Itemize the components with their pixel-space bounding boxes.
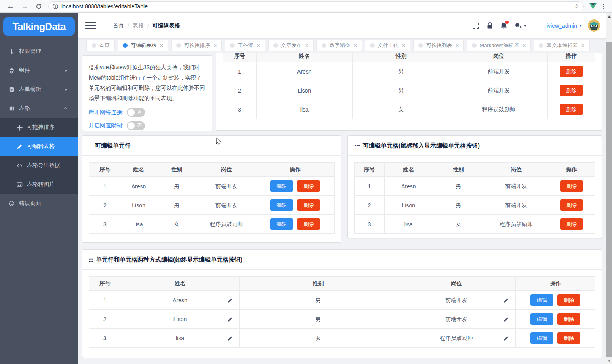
col-header-name: 姓名 <box>256 53 353 62</box>
close-icon[interactable]: × <box>522 43 526 48</box>
sidebar-item-permissions[interactable]: 权限管理 <box>0 42 78 61</box>
cell-name[interactable]: Lison <box>385 196 433 215</box>
close-icon[interactable]: × <box>305 43 309 48</box>
pencil-icon <box>17 144 23 150</box>
close-icon[interactable]: × <box>160 43 163 48</box>
disconnect-network-toggle[interactable]: 否 <box>127 108 145 117</box>
browser-menu-icon[interactable]: ⋮ <box>601 3 606 10</box>
speed-limit-toggle[interactable]: 否 <box>127 121 145 130</box>
scrollbar-down-arrow-icon[interactable] <box>608 360 611 362</box>
vue-devtools-extension-icon[interactable] <box>589 3 597 9</box>
delete-button[interactable]: 删除 <box>297 180 320 192</box>
minus-icon: − <box>89 142 92 149</box>
delete-button[interactable]: 删除 <box>560 104 583 115</box>
bookmark-star-icon[interactable]: ☆ <box>574 2 580 10</box>
delete-button[interactable]: 删除 <box>297 199 320 211</box>
page-scrollbar[interactable] <box>606 13 612 364</box>
lock-icon[interactable] <box>486 22 494 30</box>
avatar[interactable] <box>588 19 600 32</box>
close-icon[interactable]: × <box>257 43 260 48</box>
notifications-bell-icon[interactable] <box>500 22 508 30</box>
breadcrumb-tables[interactable]: 表格 <box>133 22 144 29</box>
cell-job: 前端开发 <box>450 62 547 81</box>
url-text[interactable]: localhost:8080/tables/editableTable <box>61 3 574 9</box>
edit-button[interactable]: 编辑 <box>530 294 553 306</box>
edit-cell-pencil-icon[interactable] <box>503 317 509 322</box>
scrollbar-up-arrow-icon[interactable] <box>608 15 611 18</box>
cell-job[interactable]: 前端开发 <box>484 196 548 215</box>
sidebar-item-table-export[interactable]: 表格导出数据 <box>0 156 78 175</box>
edit-button[interactable]: 编辑 <box>270 180 293 192</box>
tab-label: 富文本编辑器 <box>547 42 578 49</box>
delete-button[interactable]: 删除 <box>560 180 583 192</box>
edit-button[interactable]: 编辑 <box>530 332 553 344</box>
edit-cell-pencil-icon[interactable] <box>503 336 509 341</box>
address-bar[interactable]: localhost:8080/tables/editableTable ☆ <box>48 1 584 11</box>
table-row: 2 Lison 男 前端开发 删除 <box>355 196 595 215</box>
tab-article-publish[interactable]: 文章发布 × <box>268 40 314 51</box>
edit-cell-pencil-icon[interactable] <box>503 298 509 303</box>
close-icon[interactable]: × <box>402 43 405 48</box>
sidebar-item-editable-table[interactable]: 可编辑表格 <box>0 137 78 156</box>
cell-gender: 男 <box>156 196 197 215</box>
delete-button[interactable]: 删除 <box>557 313 580 325</box>
edit-button[interactable]: 编辑 <box>270 199 293 211</box>
close-icon[interactable]: × <box>456 43 459 48</box>
sidebar-item-tables[interactable]: 表格 <box>0 99 78 118</box>
edit-button[interactable]: 编辑 <box>270 218 293 230</box>
collapse-menu-icon[interactable] <box>85 20 96 31</box>
tab-drag-sort[interactable]: 可拖拽排序 × <box>171 40 222 51</box>
app-logo[interactable]: TalkingData <box>3 17 75 36</box>
speed-limit-link[interactable]: 开启网速限制: <box>89 122 124 129</box>
tab-home[interactable]: 首页 <box>86 40 115 51</box>
site-info-icon[interactable] <box>53 4 58 9</box>
theme-paint-icon[interactable] <box>514 22 527 30</box>
cell-job: 程序员鼓励师 <box>450 100 547 119</box>
user-dropdown[interactable]: iview_admin <box>547 23 582 29</box>
cell-name: lisa <box>256 100 353 119</box>
scrollbar-thumb[interactable] <box>606 42 612 357</box>
tab-richtext-editor[interactable]: 富文本编辑器 × <box>534 40 589 51</box>
edit-cell-pencil-icon[interactable] <box>227 336 233 341</box>
tab-number-gradient[interactable]: 数字渐变 × <box>316 40 362 51</box>
cell-job[interactable]: 前端开发 <box>484 177 548 196</box>
delete-button[interactable]: 删除 <box>557 294 580 306</box>
fullscreen-icon[interactable] <box>472 22 480 30</box>
cell-gender[interactable]: 男 <box>433 177 484 196</box>
forward-icon[interactable]: → <box>21 2 29 10</box>
tab-markdown-editor[interactable]: Markdown编辑器 × <box>467 40 531 51</box>
cell-gender[interactable]: 女 <box>433 215 484 234</box>
disconnect-network-link[interactable]: 断开网络连接: <box>89 109 124 116</box>
back-icon[interactable]: ← <box>7 2 14 10</box>
sidebar-item-error-pages[interactable]: 错误页面 <box>0 194 78 213</box>
cell-name[interactable]: lisa <box>385 215 433 234</box>
close-icon[interactable]: × <box>214 43 217 48</box>
sidebar-item-table-to-image[interactable]: 表格转图片 <box>0 175 78 194</box>
sidebar-item-components[interactable]: 组件 <box>0 61 78 80</box>
delete-button[interactable]: 删除 <box>560 85 583 96</box>
close-icon[interactable]: × <box>581 43 584 48</box>
cell-job[interactable]: 程序员鼓励师 <box>484 215 548 234</box>
delete-button[interactable]: 删除 <box>560 199 583 211</box>
refresh-icon[interactable] <box>36 3 42 9</box>
table-row: 3 lisa 女 程序员鼓励师 编辑删除 <box>89 215 335 234</box>
sidebar-item-drag-sort[interactable]: 可拖拽排序 <box>0 118 78 137</box>
delete-button[interactable]: 删除 <box>297 218 320 230</box>
delete-button[interactable]: 删除 <box>560 66 583 77</box>
cell-gender[interactable]: 男 <box>433 196 484 215</box>
tab-editable-table[interactable]: 可编辑表格 × <box>118 40 168 51</box>
sidebar-item-label: 可拖拽排序 <box>27 124 55 131</box>
sidebar: TalkingData 权限管理 组件 表单编 <box>0 13 78 364</box>
edit-button[interactable]: 编辑 <box>530 313 553 325</box>
close-icon[interactable]: × <box>354 43 357 48</box>
tab-drag-list[interactable]: 可拖拽列表 × <box>413 40 464 51</box>
cell-name[interactable]: Aresn <box>385 177 433 196</box>
tab-file-upload[interactable]: 文件上传 × <box>365 40 410 51</box>
edit-cell-pencil-icon[interactable] <box>227 317 233 322</box>
sidebar-item-form-edit[interactable]: 表单编辑 <box>0 80 78 99</box>
delete-button[interactable]: 删除 <box>560 218 583 230</box>
tab-workflow[interactable]: 工作流 × <box>225 40 265 51</box>
breadcrumb-home[interactable]: 首页 <box>113 22 124 29</box>
delete-button[interactable]: 删除 <box>557 332 580 344</box>
edit-cell-pencil-icon[interactable] <box>227 298 233 303</box>
